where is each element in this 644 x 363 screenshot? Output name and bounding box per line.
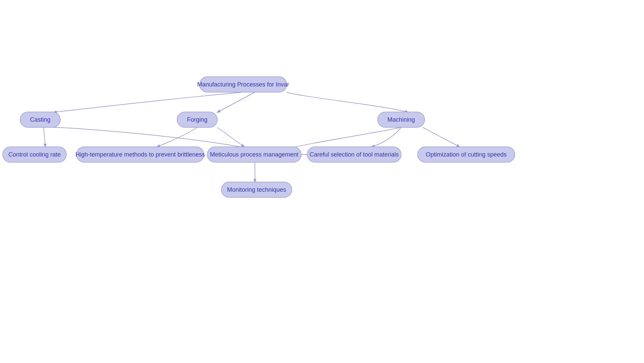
arrow-machining-meticulous: [287, 127, 401, 149]
arrow-machining-optimization: [423, 127, 460, 147]
optimization-label: Optimization of cutting speeds: [426, 151, 506, 158]
arrow-forging-hightemp: [157, 127, 197, 147]
control-cooling-label: Control cooling rate: [8, 151, 61, 158]
high-temp-label: High-temperature methods to prevent brit…: [75, 151, 205, 158]
arrow-root-casting: [54, 92, 243, 112]
monitoring-label: Monitoring techniques: [227, 186, 286, 193]
meticulous-label: Meticulous process management: [210, 151, 299, 158]
casting-label: Casting: [30, 116, 50, 123]
arrow-root-forging: [217, 92, 255, 112]
arrow-root-machining: [287, 92, 408, 112]
arrow-casting-control: [44, 127, 45, 147]
forging-label: Forging: [187, 116, 207, 123]
root-label: Manufacturing Processes for Invar: [197, 81, 289, 88]
careful-selection-label: Careful selection of tool materials: [310, 151, 399, 158]
arrow-casting-meticulous: [54, 127, 244, 147]
machining-label: Machining: [387, 116, 415, 123]
